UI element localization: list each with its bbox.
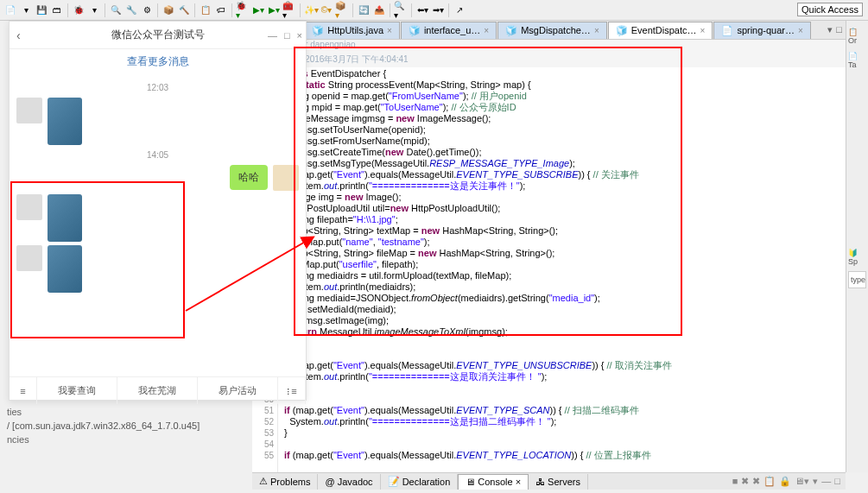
ext-tools-icon[interactable]: 🧰▾: [282, 3, 296, 17]
chat-timestamp: 14:05: [16, 150, 299, 160]
menu-tab-wuhu[interactable]: 我在芜湖: [117, 377, 198, 404]
toolbar-icon[interactable]: 🔧: [124, 3, 138, 17]
chat-image-content[interactable]: [48, 194, 82, 242]
maximize-icon[interactable]: □: [284, 30, 290, 41]
chat-title: 微信公众平台测试号: [111, 28, 205, 42]
toolbar-icon[interactable]: 🏷: [214, 3, 228, 17]
toolbar-icon[interactable]: 📦: [162, 3, 175, 17]
minimize-icon[interactable]: —: [268, 30, 277, 41]
tab-controls[interactable]: ▾□: [827, 24, 846, 35]
toolbar-icon[interactable]: 🔨: [177, 3, 191, 17]
new-pkg-icon[interactable]: 📦▾: [335, 3, 349, 17]
toolbar-icon[interactable]: 🔒: [779, 476, 791, 487]
avatar: [16, 245, 42, 271]
chat-message-incoming: [16, 98, 299, 145]
javadoc-tab[interactable]: @ Javadoc: [318, 474, 380, 490]
back-icon[interactable]: ⬅▾: [415, 3, 429, 17]
editor-tab-bar: 📄pe… 🧊HttpUtils.java× 🧊interface_u…× 🧊Ms…: [252, 21, 846, 40]
run-icon[interactable]: ▶▾: [251, 3, 265, 17]
toolbar-icon[interactable]: 🔄: [357, 3, 371, 17]
bottom-view-tabs: ⚠ Problems @ Javadoc 📝 Declaration 🖥 Con…: [252, 472, 846, 490]
menu-more[interactable]: ⫶≡: [278, 377, 306, 404]
toolbar-icon[interactable]: 🖥▾: [795, 476, 809, 487]
javadoc-date-line: te 2016年3月7日 下午4:04:41: [252, 54, 846, 67]
run-last-icon[interactable]: ▶▾: [267, 3, 281, 17]
avatar: [16, 98, 42, 123]
tree-item[interactable]: ncies: [7, 433, 244, 446]
toolbar-icon[interactable]: ▾: [813, 476, 818, 487]
chat-header: ‹ 微信公众平台测试号 — □ ×: [10, 22, 306, 49]
editor-tab[interactable]: 📄spring-quar…×: [713, 22, 810, 39]
close-icon[interactable]: ×: [297, 30, 302, 41]
maximize-icon[interactable]: □: [836, 24, 842, 35]
back-icon[interactable]: ‹: [16, 28, 21, 42]
toolbar-icon[interactable]: ✖: [752, 476, 760, 487]
avatar: [273, 165, 299, 191]
spring-view-button[interactable]: 🔰 Sp: [846, 245, 868, 269]
menu-tab-query[interactable]: 我要查询: [37, 377, 117, 404]
save-icon[interactable]: 💾: [35, 3, 48, 17]
tree-item-jre[interactable]: / [com.sun.java.jdk7.win32.x86_64_1.7.0.…: [7, 419, 244, 433]
tree-item[interactable]: ties: [7, 405, 244, 419]
console-tab[interactable]: 🖥 Console ×: [458, 474, 529, 490]
toolbar-icon[interactable]: ⚙: [140, 3, 154, 17]
right-trim-bar: 📋 Or 📄 Ta 🔰 Sp type: [846, 21, 868, 472]
toolbar-icon[interactable]: 📤: [372, 3, 386, 17]
code-editor[interactable]: 49505152535455 class EventDispatcher {bl…: [252, 67, 846, 472]
editor-tab[interactable]: 🧊HttpUtils.java×: [304, 22, 400, 39]
close-icon[interactable]: ×: [700, 26, 706, 35]
close-icon[interactable]: ×: [484, 26, 489, 35]
editor-tab-active[interactable]: 🧊EventDispatc…×: [608, 22, 713, 39]
new-wizard-icon[interactable]: ✨▾: [304, 3, 318, 17]
minimize-icon[interactable]: —: [821, 476, 831, 487]
chat-message-incoming: [16, 245, 299, 293]
maximize-icon[interactable]: □: [834, 476, 840, 487]
new-icon[interactable]: 📄: [3, 3, 17, 17]
saveall-icon[interactable]: 🗃: [50, 3, 64, 17]
javadoc-author-line: hor dapengniao: [252, 40, 846, 54]
toolbar-icon[interactable]: 📋: [199, 3, 212, 17]
keyboard-toggle[interactable]: ≡: [10, 377, 37, 404]
editor-tab[interactable]: 🧊MsgDispatche…×: [497, 22, 607, 39]
debug-run-icon[interactable]: 🐞▾: [236, 3, 250, 17]
toolbar-icon[interactable]: ▾: [87, 3, 101, 17]
toolbar-icon[interactable]: 🔍▾: [394, 3, 408, 17]
main-toolbar: 📄 ▾ 💾 🗃 🐞 ▾ 🔍 🔧 ⚙ 📦 🔨 📋 🏷 🐞▾ ▶▾ ▶▾ 🧰▾ ✨▾…: [0, 0, 868, 21]
task-view-button[interactable]: 📄 Ta: [846, 48, 868, 73]
forward-icon[interactable]: ➡▾: [431, 3, 445, 17]
toolbar-icon[interactable]: ✖: [741, 476, 749, 487]
dropdown-icon[interactable]: ▾: [19, 3, 33, 17]
type-input[interactable]: type: [848, 271, 866, 288]
chat-image-content[interactable]: [48, 98, 82, 145]
chat-message-incoming: [16, 194, 299, 242]
package-explorer-fragment: ties / [com.sun.java.jdk7.win32.x86_64_1…: [0, 401, 250, 450]
toolbar-icon[interactable]: ↗: [453, 3, 466, 17]
code-content[interactable]: class EventDispatcher {blic static Strin…: [278, 67, 846, 472]
close-icon[interactable]: ×: [387, 26, 392, 35]
console-toolbar: ■ ✖ ✖ 📋 🔒 🖥▾ ▾ — □: [732, 476, 846, 487]
toolbar-icon[interactable]: 📋: [763, 476, 776, 487]
chat-footer-menu: ≡ 我要查询 我在芜湖 易户活动 ⫶≡: [10, 376, 306, 404]
debug-icon[interactable]: 🐞: [72, 3, 86, 17]
declaration-tab[interactable]: 📝 Declaration: [381, 474, 459, 490]
close-icon[interactable]: ×: [798, 26, 803, 35]
editor-tab[interactable]: 🧊interface_u…×: [401, 22, 497, 39]
problems-tab[interactable]: ⚠ Problems: [252, 474, 318, 490]
servers-tab[interactable]: 🖧 Servers: [529, 474, 588, 490]
chat-timestamp: 12:03: [16, 83, 299, 92]
menu-tab-activity[interactable]: 易户活动: [198, 377, 278, 404]
editor-area: 📄pe… 🧊HttpUtils.java× 🧊interface_u…× 🧊Ms…: [252, 21, 846, 472]
view-more-messages[interactable]: 查看更多消息: [10, 49, 306, 74]
chat-image-content[interactable]: [48, 245, 82, 293]
outline-view-button[interactable]: 📋 Or: [846, 24, 868, 48]
close-icon[interactable]: ×: [594, 26, 599, 35]
chat-message-outgoing: 哈哈: [16, 165, 299, 191]
toolbar-icon[interactable]: ■: [732, 476, 738, 487]
new-class-icon[interactable]: ©▾: [320, 3, 333, 17]
search-icon[interactable]: 🔍: [109, 3, 123, 17]
chat-body[interactable]: 12:03 14:05 哈哈: [10, 74, 306, 376]
quick-access-input[interactable]: Quick Access: [797, 3, 863, 16]
avatar: [16, 194, 42, 220]
chat-bubble: 哈哈: [230, 165, 268, 190]
close-icon[interactable]: ×: [516, 477, 521, 487]
